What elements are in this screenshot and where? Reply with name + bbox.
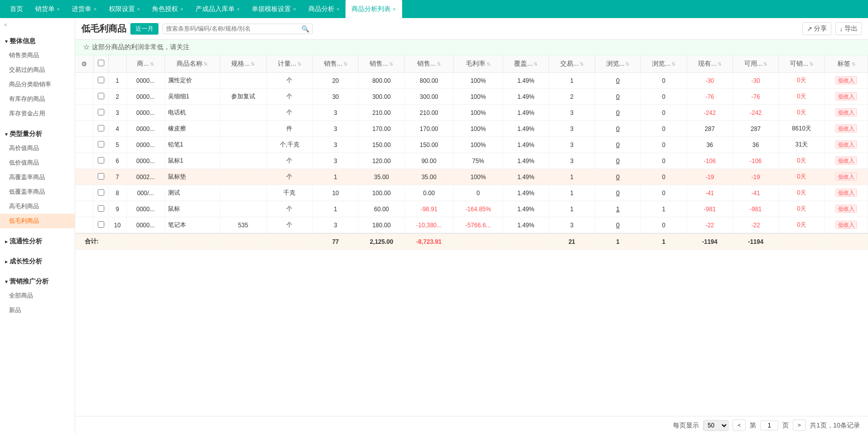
row-checkbox[interactable] [98, 205, 104, 212]
row-checkbox[interactable] [98, 157, 104, 164]
sidebar-item-new-products[interactable]: 新品 [0, 303, 75, 318]
cell-checkbox[interactable] [93, 185, 108, 201]
view1-link[interactable]: 0 [616, 141, 619, 149]
cell-checkbox[interactable] [93, 201, 108, 217]
cell-view1[interactable]: 0 [595, 121, 641, 137]
nav-purchase-order[interactable]: 进货单 × [66, 0, 102, 18]
sort-icon[interactable]: ⇅ [718, 61, 722, 67]
cell-view1[interactable]: 1 [595, 201, 641, 217]
cell-view1[interactable]: 0 [595, 73, 641, 89]
cell-checkbox[interactable] [93, 137, 108, 153]
row-checkbox[interactable] [98, 173, 104, 180]
cell-view1[interactable]: 0 [595, 137, 641, 153]
th-coverage[interactable]: 覆盖...⇅ [503, 55, 549, 73]
sort-icon[interactable]: ⇅ [389, 61, 393, 67]
th-unit[interactable]: 计量...⇅ [267, 55, 313, 73]
cell-view1[interactable]: 0 [595, 169, 641, 185]
settings-icon[interactable]: ⚙ [81, 60, 87, 68]
nav-home[interactable]: 首页 [4, 0, 29, 18]
sidebar-item-category-sales-rate[interactable]: 商品分类助销率 [0, 77, 75, 92]
collapse-btn[interactable]: « [4, 21, 8, 28]
sort-icon[interactable]: ⇅ [297, 61, 301, 67]
row-checkbox[interactable] [98, 125, 104, 131]
prev-page-button[interactable]: ＜ [733, 419, 746, 431]
cell-checkbox[interactable] [93, 105, 108, 121]
cell-view1[interactable]: 0 [595, 217, 641, 234]
nav-product-inbound[interactable]: 产成品入库单 × [190, 0, 246, 18]
sort-icon[interactable]: ⇅ [580, 61, 584, 67]
sidebar-item-high-value[interactable]: 高价值商品 [0, 141, 75, 156]
sidebar-item-low-value[interactable]: 低价值商品 [0, 156, 75, 170]
sidebar-item-low-coverage[interactable]: 低覆盖率商品 [0, 185, 75, 199]
sort-icon[interactable]: ⇅ [534, 61, 538, 67]
th-view1[interactable]: 浏览...⇅ [595, 55, 641, 73]
close-icon[interactable]: × [336, 6, 339, 12]
close-icon[interactable]: × [137, 6, 140, 12]
page-input[interactable] [760, 420, 778, 430]
close-icon[interactable]: × [237, 6, 240, 12]
next-page-button[interactable]: ＞ [793, 419, 806, 431]
th-spec[interactable]: 规格...⇅ [220, 55, 266, 73]
sidebar-group-marketing-title[interactable]: ▾ 营销推广分析 [0, 274, 75, 288]
sort-icon[interactable]: ⇅ [625, 61, 629, 67]
row-checkbox[interactable] [98, 93, 104, 99]
view1-link[interactable]: 0 [616, 157, 619, 165]
th-sellable-days[interactable]: 可销...⇅ [779, 55, 825, 73]
th-gross-margin[interactable]: 毛利率⇅ [453, 55, 503, 73]
cell-view1[interactable]: 0 [595, 153, 641, 169]
view1-link[interactable]: 0 [616, 173, 619, 181]
sidebar-group-type-title[interactable]: ▾ 类型量分析 [0, 127, 75, 141]
sort-icon[interactable]: ⇅ [204, 61, 208, 67]
sidebar-item-in-stock[interactable]: 有库存的商品 [0, 92, 75, 106]
sidebar-item-traded[interactable]: 交易过的商品 [0, 63, 75, 77]
th-sales-profit[interactable]: 销售...⇅ [405, 55, 454, 73]
row-checkbox[interactable] [98, 141, 104, 148]
row-checkbox[interactable] [98, 221, 104, 228]
search-icon[interactable]: 🔍 [301, 25, 309, 33]
nav-permission-settings[interactable]: 权限设置 × [103, 0, 146, 18]
cell-checkbox[interactable] [93, 217, 108, 234]
close-icon[interactable]: × [180, 6, 183, 12]
cell-checkbox[interactable] [93, 73, 108, 89]
share-button[interactable]: ↗ 分享 [802, 22, 831, 35]
export-button[interactable]: ↓ 导出 [835, 22, 862, 35]
sidebar-item-sales-category[interactable]: 销售类商品 [0, 48, 75, 63]
view1-link[interactable]: 0 [616, 93, 619, 100]
th-transaction[interactable]: 交易...⇅ [549, 55, 595, 73]
sidebar-item-all-products[interactable]: 全部商品 [0, 288, 75, 303]
th-view2[interactable]: 浏览...⇅ [641, 55, 687, 73]
close-icon[interactable]: × [57, 6, 60, 12]
cell-checkbox[interactable] [93, 121, 108, 137]
cell-checkbox[interactable] [93, 169, 108, 185]
sidebar-group-overall-title[interactable]: ▾ 整体信息 [0, 34, 75, 48]
sidebar-item-high-coverage[interactable]: 高覆盖率商品 [0, 170, 75, 185]
view1-link[interactable]: 0 [616, 189, 619, 197]
cell-checkbox[interactable] [93, 89, 108, 105]
cell-view1[interactable]: 0 [595, 105, 641, 121]
nav-product-analysis-list[interactable]: 商品分析列表 × [345, 0, 402, 18]
view1-link[interactable]: 0 [616, 125, 619, 132]
cell-checkbox[interactable] [93, 153, 108, 169]
th-available-stock[interactable]: 可用...⇅ [733, 55, 779, 73]
th-sales-qty[interactable]: 销售...⇅ [312, 55, 359, 73]
nav-role-auth[interactable]: 角色授权 × [146, 0, 189, 18]
cell-view1[interactable]: 0 [595, 89, 641, 105]
sort-icon[interactable]: ⇅ [150, 61, 154, 67]
sidebar-group-growth-title[interactable]: ▸ 成长性分析 [0, 254, 75, 268]
sidebar-item-inventory-capital[interactable]: 库存资金占用 [0, 106, 75, 121]
view1-link[interactable]: 0 [616, 109, 619, 116]
view1-link[interactable]: 0 [616, 221, 619, 229]
th-sales-amount[interactable]: 销售...⇅ [359, 55, 405, 73]
close-icon[interactable]: × [293, 6, 296, 12]
view1-link[interactable]: 0 [616, 77, 619, 84]
th-settings[interactable]: ⚙ [75, 55, 93, 73]
sort-icon[interactable]: ⇅ [251, 61, 255, 67]
select-all-checkbox[interactable] [98, 60, 104, 66]
sidebar-item-low-margin[interactable]: 低毛利商品 [0, 214, 75, 228]
sort-icon[interactable]: ⇅ [343, 61, 348, 67]
nav-sales-order[interactable]: 销货单 × [29, 0, 66, 18]
row-checkbox[interactable] [98, 189, 104, 196]
th-name[interactable]: 商品名称⇅ [164, 55, 220, 73]
filter-button[interactable]: 近一月 [130, 23, 158, 35]
sort-icon[interactable]: ⇅ [486, 61, 490, 67]
